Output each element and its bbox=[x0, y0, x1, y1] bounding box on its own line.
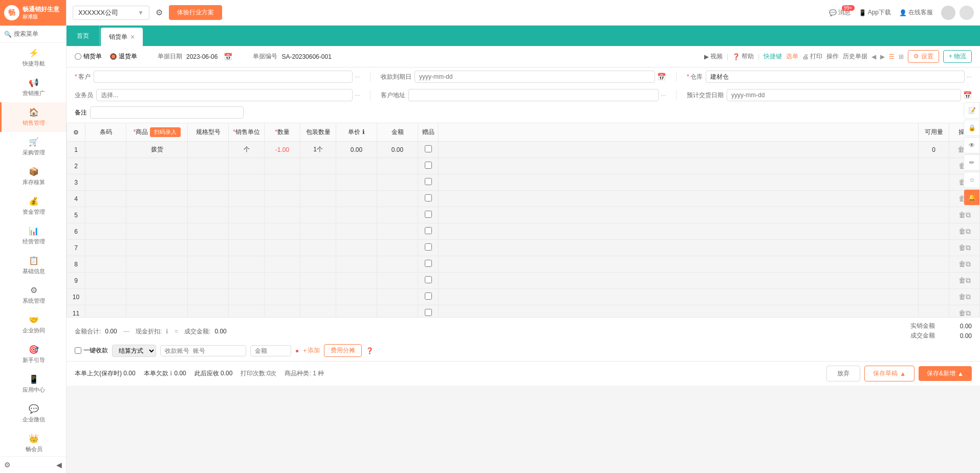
gift-checkbox[interactable] bbox=[425, 276, 432, 283]
help-btn[interactable]: ❓ 帮助 bbox=[732, 52, 754, 61]
warehouse-input[interactable] bbox=[706, 71, 965, 83]
sidebar-item-sales[interactable]: 🏠 销售管理 bbox=[0, 102, 66, 132]
logistics-button[interactable]: + 物流 bbox=[943, 50, 972, 63]
product-type[interactable]: 商品种类: 1 种 bbox=[285, 369, 324, 378]
sidebar-item-purchase[interactable]: 🛒 采购管理 bbox=[0, 132, 66, 162]
discount-help-icon[interactable]: ℹ bbox=[166, 328, 168, 335]
gift-checkbox[interactable] bbox=[425, 211, 432, 218]
salesperson-more-icon[interactable]: ··· bbox=[355, 92, 360, 99]
copy-icon[interactable]: ⧉ bbox=[966, 292, 971, 301]
delete-icon[interactable]: 🗑 bbox=[959, 260, 966, 268]
sidebar-item-newbie[interactable]: 🎯 新手引导 bbox=[0, 340, 66, 369]
gift-checkbox[interactable] bbox=[425, 145, 432, 152]
payment-method-select[interactable]: 结算方式 bbox=[112, 345, 156, 357]
topbar-settings-icon[interactable]: ⚙ bbox=[156, 8, 163, 17]
payment-due-cal-icon[interactable]: 📅 bbox=[657, 73, 666, 81]
customer-addr-input[interactable] bbox=[408, 89, 659, 101]
delete-icon[interactable]: 🗑 bbox=[959, 276, 966, 284]
sidebar-item-system[interactable]: ⚙ 系统管理 bbox=[0, 280, 66, 310]
shortcut-btn[interactable]: 快捷键 bbox=[764, 52, 782, 61]
pick-btn[interactable]: 选单 bbox=[786, 52, 798, 61]
payment-amount-input[interactable] bbox=[250, 345, 291, 356]
history-btn[interactable]: 历史单据 bbox=[843, 52, 867, 61]
float-alert-btn[interactable]: 🔔 bbox=[964, 189, 980, 206]
sidebar-item-operations[interactable]: 📊 经营管理 bbox=[0, 221, 66, 251]
delete-icon[interactable]: 🗑 bbox=[959, 211, 966, 219]
radio-return[interactable]: 退货单 bbox=[110, 52, 137, 61]
delete-icon[interactable]: 🗑 bbox=[959, 243, 966, 252]
radio-sale[interactable]: 销货单 bbox=[75, 52, 102, 61]
payment-due-input[interactable] bbox=[415, 71, 655, 83]
view-grid-icon[interactable]: ⊞ bbox=[899, 53, 904, 60]
account-input[interactable] bbox=[160, 345, 246, 356]
gift-checkbox[interactable] bbox=[425, 309, 432, 316]
trial-button[interactable]: 体验行业方案 bbox=[169, 5, 222, 20]
delete-icon[interactable]: 🗑 bbox=[959, 292, 966, 301]
abandon-button[interactable]: 放弃 bbox=[826, 366, 860, 381]
date-calendar-icon[interactable]: 📅 bbox=[224, 53, 232, 61]
addr-more-icon[interactable]: ··· bbox=[661, 92, 666, 99]
video-btn[interactable]: ▶ 视频 bbox=[704, 52, 723, 61]
expense-help-icon[interactable]: ❓ bbox=[366, 347, 374, 354]
sidebar-item-basic-info[interactable]: 📋 基础信息 bbox=[0, 251, 66, 280]
print-btn[interactable]: 🖨 打印 bbox=[802, 52, 822, 61]
sidebar-item-quick-nav[interactable]: ⚡ 快捷导航 bbox=[0, 43, 66, 73]
notes-input[interactable] bbox=[90, 106, 244, 119]
float-star-btn[interactable]: ☆ bbox=[964, 172, 980, 188]
total-owe-help[interactable]: ℹ bbox=[170, 370, 172, 377]
gift-checkbox[interactable] bbox=[425, 292, 432, 300]
customer-more-icon[interactable]: ··· bbox=[355, 73, 360, 80]
copy-icon[interactable]: ⧉ bbox=[966, 243, 971, 252]
gift-checkbox[interactable] bbox=[425, 243, 432, 251]
gift-checkbox[interactable] bbox=[425, 227, 432, 234]
sidebar-item-finance[interactable]: 💰 资金管理 bbox=[0, 191, 66, 221]
user-avatar-2[interactable] bbox=[960, 6, 974, 20]
sidebar-item-app-center[interactable]: 📱 应用中心 bbox=[0, 369, 66, 399]
sidebar-item-wechat[interactable]: 💬 企业微信 bbox=[0, 399, 66, 429]
save-draft-button[interactable]: 保存草稿 ▲ bbox=[864, 366, 914, 381]
online-service-button[interactable]: 👤 在线客服 bbox=[899, 8, 933, 17]
user-avatar[interactable] bbox=[941, 6, 955, 20]
copy-icon[interactable]: ⧉ bbox=[966, 211, 971, 219]
scan-btn[interactable]: 扫码录入 bbox=[150, 127, 181, 137]
tab-close-icon[interactable]: × bbox=[130, 33, 135, 41]
one-key-pay-input[interactable] bbox=[75, 347, 81, 354]
tab-sale-order[interactable]: 销货单 × bbox=[101, 28, 143, 46]
float-note-btn[interactable]: 📝 bbox=[964, 102, 980, 119]
ops-btn[interactable]: 操作 bbox=[826, 52, 839, 61]
company-selector[interactable]: XXXXXX公司 ▼ bbox=[73, 6, 149, 20]
sidebar-item-inventory[interactable]: 📦 库存核算 bbox=[0, 162, 66, 191]
one-key-pay-checkbox[interactable]: 一键收款 bbox=[75, 346, 108, 355]
customer-input[interactable] bbox=[94, 71, 353, 83]
setup-button[interactable]: ⚙ 设置 bbox=[908, 50, 939, 63]
sidebar-item-member[interactable]: 👑 畅会员 bbox=[0, 429, 66, 456]
sidebar-item-enterprise[interactable]: 🤝 企业协同 bbox=[0, 310, 66, 340]
radio-return-input[interactable] bbox=[110, 53, 117, 60]
delete-icon[interactable]: 🗑 bbox=[959, 227, 966, 235]
float-lock-btn[interactable]: 🔒 bbox=[964, 120, 980, 136]
sidebar-collapse-icon[interactable]: ◀ bbox=[56, 461, 62, 469]
copy-icon[interactable]: ⧉ bbox=[966, 276, 971, 284]
view-list-icon[interactable]: ☰ bbox=[889, 53, 895, 60]
salesperson-input[interactable] bbox=[96, 89, 353, 101]
gift-checkbox[interactable] bbox=[425, 260, 432, 267]
message-button[interactable]: 💬 消息 99+ bbox=[829, 8, 851, 17]
warehouse-more-icon[interactable]: ··· bbox=[967, 73, 972, 80]
expected-delivery-input[interactable] bbox=[727, 89, 961, 101]
app-download-button[interactable]: 📱 App下载 bbox=[859, 8, 891, 17]
delivery-cal-icon[interactable]: 📅 bbox=[963, 91, 972, 99]
copy-icon[interactable]: ⧉ bbox=[966, 309, 971, 317]
nav-next-icon[interactable]: ▶ bbox=[880, 53, 885, 60]
add-payment-btn[interactable]: + 添加 bbox=[303, 346, 320, 355]
gift-checkbox[interactable] bbox=[425, 194, 432, 201]
delete-icon[interactable]: 🗑 bbox=[959, 309, 966, 317]
radio-sale-input[interactable] bbox=[75, 53, 81, 60]
search-menu-item[interactable]: 🔍 搜索菜单 bbox=[0, 26, 66, 43]
gift-checkbox[interactable] bbox=[425, 162, 432, 169]
float-eye-btn[interactable]: 👁 bbox=[964, 137, 980, 153]
nav-prev-icon[interactable]: ◀ bbox=[872, 53, 876, 60]
tab-home[interactable]: 首页 bbox=[67, 26, 100, 46]
float-edit-btn[interactable]: ✏ bbox=[964, 154, 980, 171]
copy-icon[interactable]: ⧉ bbox=[966, 260, 971, 268]
gift-checkbox[interactable] bbox=[425, 178, 432, 185]
